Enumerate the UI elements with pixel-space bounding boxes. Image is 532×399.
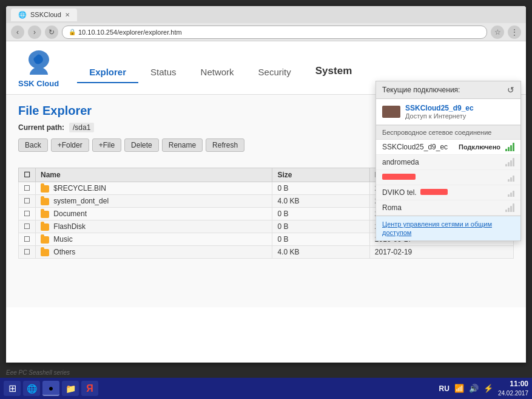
tray-power-icon: ⚡	[483, 384, 493, 393]
popup-header: Текущие подключения: ↺	[376, 81, 520, 99]
row-checkbox[interactable]: ☐	[19, 182, 36, 195]
row-checkbox[interactable]: ☐	[19, 246, 36, 259]
wifi-signal-dviko	[508, 188, 514, 197]
browser-tab[interactable]: 🌐 SSKCloud ✕	[11, 9, 77, 21]
logo-svg	[24, 47, 54, 78]
row-checkbox[interactable]: ☐	[19, 195, 36, 208]
header-name: Name	[36, 168, 272, 182]
taskbar-tray: RU 📶 🔊 ⚡ 11:00 24.02.2017	[439, 380, 528, 397]
tray-time: 11:00	[498, 380, 528, 389]
browser-toolbar: ‹ › ↻ 🔒 10.10.10.254/explorer/explorer.h…	[6, 23, 526, 41]
active-connection[interactable]: SSKCloud25_d9_ec Доступ к Интернету	[376, 99, 520, 125]
row-date: 2017-02-19	[369, 246, 513, 259]
wifi-name-roma: Roma	[382, 203, 500, 212]
add-folder-button[interactable]: +Folder	[51, 138, 89, 152]
taskbar-yandex[interactable]: Я	[81, 381, 98, 396]
table-row[interactable]: ☐ Others 4.0 KB 2017-02-19	[19, 246, 514, 259]
wifi-item-andromeda[interactable]: andromeda	[376, 155, 520, 170]
desktop: 🌐 SSKCloud ✕ ‹ › ↻ 🔒 10.10.10.254/explor…	[0, 0, 532, 399]
tab-favicon: 🌐	[18, 11, 27, 19]
menu-button[interactable]: ⋮	[508, 26, 521, 39]
row-name: Others	[36, 246, 272, 259]
connection-icon	[382, 106, 400, 118]
row-size: 0 B	[272, 208, 369, 220]
tray-volume-icon: 🔊	[469, 384, 479, 393]
tray-language: RU	[439, 384, 450, 393]
url-text: 10.10.10.254/explorer/explorer.htm	[78, 29, 182, 36]
wifi-item-dviko[interactable]: DVIKO tel.	[376, 185, 520, 200]
folder-icon	[41, 223, 49, 231]
row-size: 4.0 KB	[272, 246, 369, 259]
wifi-item-hidden1[interactable]	[376, 170, 520, 185]
connection-status-text: Доступ к Интернету	[405, 112, 514, 120]
row-name: Music	[36, 233, 272, 246]
forward-button[interactable]: ›	[28, 26, 41, 39]
header-size: Size	[272, 168, 369, 182]
row-size: 4.0 KB	[272, 195, 369, 208]
row-name: FlashDisk	[36, 220, 272, 233]
row-size: 0 B	[272, 233, 369, 246]
wifi-item-roma[interactable]: Roma	[376, 200, 520, 216]
wifi-signal-roma	[505, 203, 514, 212]
wifi-signal-andromeda	[505, 158, 514, 166]
current-path-value: /sda1	[69, 123, 94, 132]
network-center-link[interactable]: Центр управления сетями и общим доступом	[382, 220, 492, 236]
bookmark-button[interactable]: ☆	[491, 26, 504, 39]
row-size: 0 B	[272, 182, 369, 195]
address-bar[interactable]: 🔒 10.10.10.254/explorer/explorer.htm	[62, 26, 487, 39]
wireless-section-header: Беспроводное сетевое соединение	[376, 125, 520, 140]
wifi-name-andromeda: andromeda	[382, 158, 500, 166]
nav-tabs: Explorer Status Network Security System	[77, 53, 364, 83]
bottom-label: Eee PC Seashell series	[6, 369, 70, 376]
tab-system[interactable]: System	[303, 60, 364, 83]
row-checkbox[interactable]: ☐	[19, 233, 36, 246]
row-checkbox[interactable]: ☐	[19, 220, 36, 233]
connection-info: SSKCloud25_d9_ec Доступ к Интернету	[405, 104, 514, 120]
browser-titlebar: 🌐 SSKCloud ✕	[6, 6, 526, 23]
reload-button[interactable]: ↻	[45, 26, 58, 39]
network-popup: Текущие подключения: ↺ SSKCloud25_d9_ec …	[375, 81, 521, 241]
back-button[interactable]: Back	[18, 138, 48, 152]
delete-button[interactable]: Delete	[124, 138, 159, 152]
folder-icon	[41, 198, 49, 205]
back-button[interactable]: ‹	[11, 26, 24, 39]
wifi-item-connected[interactable]: SSKCloud25_d9_ec Подключено	[376, 140, 520, 155]
refresh-button[interactable]: Refresh	[206, 138, 244, 152]
popup-header-text: Текущие подключения:	[382, 86, 460, 94]
tab-network[interactable]: Network	[189, 62, 246, 83]
folder-icon	[41, 249, 49, 256]
wifi-name-dviko: DVIKO tel.	[382, 188, 503, 197]
tray-date: 24.02.2017	[498, 389, 528, 397]
start-button[interactable]: ⊞	[4, 381, 21, 396]
taskbar: ⊞ 🌐 ● 📁 Я RU 📶 🔊 ⚡ 11:00 24.02.2017	[0, 378, 532, 399]
popup-footer: Центр управления сетями и общим доступом	[376, 216, 520, 240]
wifi-signal-hidden1	[508, 173, 514, 182]
row-checkbox[interactable]: ☐	[19, 208, 36, 220]
tray-network-icon: 📶	[454, 384, 464, 393]
tab-status[interactable]: Status	[138, 62, 189, 83]
browser-window: 🌐 SSKCloud ✕ ‹ › ↻ 🔒 10.10.10.254/explor…	[6, 6, 526, 363]
tray-clock: 11:00 24.02.2017	[498, 380, 528, 397]
row-size: 0 B	[272, 220, 369, 233]
popup-refresh-icon[interactable]: ↺	[507, 85, 514, 95]
tab-security[interactable]: Security	[246, 62, 303, 83]
tab-title: SSKCloud	[30, 11, 61, 18]
connection-name: SSKCloud25_d9_ec	[405, 104, 514, 112]
folder-icon	[41, 211, 49, 218]
taskbar-chrome[interactable]: ●	[42, 381, 59, 396]
wifi-name-connected: SSKCloud25_d9_ec	[382, 143, 454, 151]
add-file-button[interactable]: +File	[92, 138, 121, 152]
rename-button[interactable]: Rename	[162, 138, 203, 152]
taskbar-files[interactable]: 📁	[62, 381, 79, 396]
wifi-name-hidden1	[382, 173, 503, 182]
tab-explorer[interactable]: Explorer	[77, 62, 138, 83]
taskbar-ie[interactable]: 🌐	[23, 381, 40, 396]
logo-text: SSK Cloud	[18, 79, 59, 88]
current-path-label: Current path:	[18, 123, 64, 132]
lock-icon: 🔒	[69, 29, 76, 35]
row-name: system_dont_del	[36, 195, 272, 208]
tab-close-button[interactable]: ✕	[65, 12, 70, 18]
header-checkbox: ☐	[19, 168, 36, 182]
logo-container: SSK Cloud	[18, 47, 59, 88]
wifi-connected-badge: Подключено	[459, 143, 500, 151]
